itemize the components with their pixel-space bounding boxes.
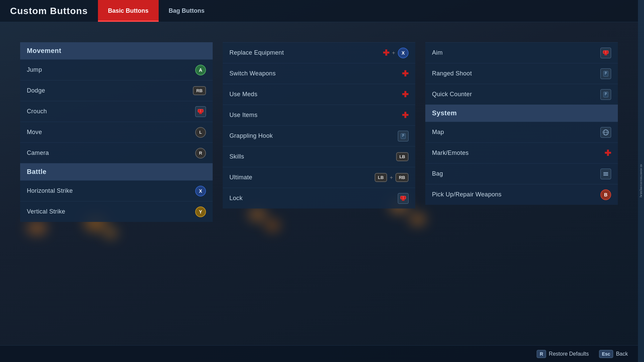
cross-red-icon-4: ✚: [402, 111, 409, 119]
row-map[interactable]: Map: [425, 122, 618, 142]
button-y-icon: Y: [195, 206, 206, 217]
quick-counter-icon: [600, 89, 611, 100]
key-aim: [600, 48, 611, 58]
aim-icon: [600, 48, 611, 58]
row-crouch[interactable]: Crouch: [20, 101, 213, 122]
bottom-bar: R Restore Defaults Esc Back: [0, 345, 638, 362]
trigger-tr-icon: [398, 193, 409, 204]
key-ranged-shoot: [600, 68, 611, 79]
key-bag: [600, 169, 611, 179]
key-replace-equipment: ✚ + X: [383, 48, 409, 58]
key-map: [600, 127, 611, 138]
column-equipment: Replace Equipment ✚ + X Switch Weapons ✚…: [223, 42, 415, 208]
stick-r-icon: R: [195, 148, 206, 159]
restore-defaults-action[interactable]: R Restore Defaults: [537, 350, 589, 358]
row-replace-equipment[interactable]: Replace Equipment ✚ + X: [223, 42, 415, 63]
cross-red-icon-3: ✚: [402, 90, 409, 99]
column-movement: Movement Jump A Dodge RB Crouch: [20, 42, 213, 222]
key-use-items: ✚: [402, 111, 409, 119]
key-grappling-hook: [398, 131, 409, 141]
key-pickup-repair: B: [600, 189, 611, 200]
row-horizontal-strike[interactable]: Horizontal Strike X: [20, 180, 213, 201]
ranged-icon: [600, 68, 611, 79]
row-aim[interactable]: Aim: [425, 42, 618, 63]
row-use-meds[interactable]: Use Meds ✚: [223, 84, 415, 105]
row-jump[interactable]: Jump A: [20, 59, 213, 80]
svg-rect-8: [402, 199, 405, 201]
main-content: Movement Jump A Dodge RB Crouch: [0, 22, 638, 345]
row-lock[interactable]: Lock: [223, 188, 415, 208]
esc-key: Esc: [599, 350, 613, 358]
side-decoration: ID:4046700100168[SEA]: [638, 0, 644, 362]
section-header-battle: Battle: [20, 163, 213, 180]
row-ultimate[interactable]: Ultimate LB + RB: [223, 167, 415, 188]
cross-red-icon: ✚: [383, 49, 389, 57]
column-system: Aim Ranged Shoot: [425, 42, 618, 205]
key-jump: A: [195, 65, 206, 75]
button-b-icon: B: [600, 189, 611, 200]
hook-icon: [398, 131, 409, 141]
button-a-icon: A: [195, 65, 206, 75]
row-grappling-hook[interactable]: Grappling Hook: [223, 125, 415, 146]
back-action[interactable]: Esc Back: [599, 350, 628, 358]
key-switch-weapons: ✚: [402, 70, 409, 78]
button-x-icon: X: [195, 186, 206, 196]
row-camera[interactable]: Camera R: [20, 142, 213, 163]
button-x-small-icon: X: [398, 48, 409, 58]
row-switch-weapons[interactable]: Switch Weapons ✚: [223, 63, 415, 84]
page-title: Custom Buttons: [0, 6, 98, 16]
key-camera: R: [195, 148, 206, 159]
row-skills[interactable]: Skills LB: [223, 146, 415, 167]
key-vertical-strike: Y: [195, 206, 206, 217]
tab-bag-buttons[interactable]: Bag Buttons: [159, 0, 215, 22]
key-crouch: [195, 106, 206, 117]
row-dodge[interactable]: Dodge RB: [20, 80, 213, 101]
key-horizontal-strike: X: [195, 186, 206, 196]
stick-l-icon: L: [195, 127, 206, 138]
menu-icon: [600, 169, 611, 179]
svg-rect-1: [199, 112, 202, 114]
button-rb-2-icon: RB: [395, 173, 409, 182]
section-header-system: System: [425, 105, 618, 122]
key-skills: LB: [396, 152, 409, 161]
cross-red-icon-2: ✚: [402, 70, 409, 78]
row-vertical-strike[interactable]: Vertical Strike Y: [20, 201, 213, 222]
row-pickup-repair[interactable]: Pick Up/Repair Weapons B: [425, 184, 618, 205]
row-ranged-shoot[interactable]: Ranged Shoot: [425, 63, 618, 84]
svg-rect-11: [604, 54, 607, 55]
tab-basic-buttons[interactable]: Basic Buttons: [98, 0, 159, 22]
button-lb-2-icon: LB: [375, 173, 387, 182]
back-label: Back: [616, 351, 628, 357]
key-move: L: [195, 127, 206, 138]
button-lb-icon: LB: [396, 152, 409, 161]
cross-red-icon-5: ✚: [604, 149, 611, 157]
key-quick-counter: [600, 89, 611, 100]
map-icon: [600, 127, 611, 138]
row-quick-counter[interactable]: Quick Counter: [425, 84, 618, 105]
r-key: R: [537, 350, 546, 358]
row-move[interactable]: Move L: [20, 122, 213, 142]
row-bag[interactable]: Bag: [425, 163, 618, 184]
key-mark-emotes: ✚: [604, 149, 611, 157]
row-mark-emotes[interactable]: Mark/Emotes ✚: [425, 142, 618, 163]
trigger-tl-icon: [195, 106, 206, 117]
key-ultimate: LB + RB: [375, 173, 409, 182]
key-dodge: RB: [193, 86, 206, 95]
row-use-items[interactable]: Use Items ✚: [223, 105, 415, 125]
key-use-meds: ✚: [402, 90, 409, 99]
header: Custom Buttons Basic Buttons Bag Buttons: [0, 0, 638, 22]
key-lock: [398, 193, 409, 204]
button-rb-icon: RB: [193, 86, 206, 95]
section-header-movement: Movement: [20, 42, 213, 59]
restore-defaults-label: Restore Defaults: [549, 351, 589, 357]
